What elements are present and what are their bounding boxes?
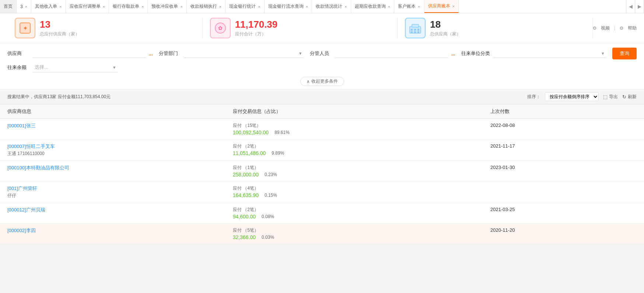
last-pay-cell-1: 2021-11-17 — [483, 139, 644, 161]
supplier-link-2[interactable]: [000100]本特勤油品有限公司 — [7, 165, 69, 170]
amount-link-2[interactable]: 258,000.00 — [233, 172, 259, 177]
nav-tab-cash-bank-stat[interactable]: 现金银行统计 × — [225, 0, 264, 13]
stat-icon-total-suppliers — [405, 18, 426, 38]
nav-next-arrow[interactable]: ▶ — [635, 0, 644, 13]
svg-rect-5 — [412, 24, 419, 27]
nav-tab-overdue-ar[interactable]: 超期应收款查询 × — [351, 0, 394, 13]
filter-input-supplier[interactable] — [32, 49, 146, 58]
search-button[interactable]: 查询 — [612, 48, 637, 59]
nav-tab-home[interactable]: 首页 — [0, 0, 17, 13]
nav-prev-arrow[interactable]: ◀ — [626, 0, 635, 13]
nav-tab-other-income[interactable]: 其他收入单 × — [31, 0, 66, 13]
filter-select-balance[interactable]: 选择... ▾ — [32, 62, 118, 72]
nav-tab-supplier-ledger[interactable]: 供应商账本 × — [424, 0, 459, 13]
stat-action-help[interactable]: 帮助 — [628, 25, 637, 31]
tx-cell-4: 应付 （2笔）94,600.000.08% — [225, 203, 483, 224]
collapse-arrow-icon: ∧ — [307, 79, 310, 84]
svg-rect-11 — [417, 31, 419, 33]
amount-link-0[interactable]: 100,092,540.00 — [233, 130, 269, 135]
last-pay-value-2: 2023-01-30 — [490, 165, 515, 170]
export-button[interactable]: ⬚ 导出 — [603, 94, 618, 100]
amount-link-3[interactable]: 164,635.90 — [233, 192, 259, 198]
nav-tab-receipt-exec-close[interactable]: × — [219, 4, 221, 9]
filter-item-supplier: 供应商 ... — [7, 49, 153, 58]
nav-tab-customer-ledger-close[interactable]: × — [418, 4, 420, 9]
svg-rect-9 — [411, 31, 413, 33]
nav-tab-bank-deposit[interactable]: 银行存取款单 × — [109, 0, 148, 13]
top-navigation: 首页 3 × 其他收入单 × 应收应付调整单 × 银行存取款单 × 预收冲应收单… — [0, 0, 644, 13]
last-pay-value-5: 2020-11-20 — [490, 227, 515, 233]
stats-bar: ✦ 13 总应付供应商（家） ✿ 11,170.39 应付合计（万） — [0, 13, 644, 43]
last-pay-cell-5: 2020-11-20 — [483, 224, 644, 244]
nav-tab-customer-ledger[interactable]: 客户账本 × — [394, 0, 424, 13]
last-pay-cell-0: 2022-08-08 — [483, 119, 644, 139]
filter-input-person[interactable] — [335, 49, 448, 58]
filter-item-dept: 分管部门 ▾ — [159, 49, 304, 58]
tx-label-2: 应付 （1笔） — [233, 165, 476, 171]
filter-select-balance-value: 选择... — [35, 64, 112, 70]
collapse-button[interactable]: ∧ 收起更多条件 — [300, 77, 344, 86]
filter-supplier-dots[interactable]: ... — [149, 51, 153, 56]
nav-tab-overdue-ar-close[interactable]: × — [388, 4, 390, 9]
sort-label: 排序： — [527, 94, 540, 100]
stat-action-video[interactable]: 视频 — [601, 25, 610, 31]
nav-tab-cash-bank-stat-close[interactable]: × — [258, 4, 260, 9]
stat-number-total-suppliers: 18 — [430, 19, 461, 30]
refresh-label: 刷新 — [628, 94, 637, 100]
stat-text-total-suppliers: 18 总供应商（家） — [430, 19, 461, 37]
filter-select-category[interactable]: ▾ — [493, 49, 607, 58]
nav-tab-receipt-stat-label: 收款情况统计 — [316, 3, 342, 10]
filter-person-dots[interactable]: ... — [451, 51, 455, 56]
nav-tab-prepay-ar[interactable]: 预收冲应收单 × — [148, 0, 186, 13]
tx-cell-5: 应付 （5笔）32,366.000.03% — [225, 224, 483, 244]
nav-tab-cash-bank-query-close[interactable]: × — [306, 4, 308, 9]
nav-tab-3[interactable]: 3 × — [17, 0, 31, 13]
nav-tab-receipt-exec[interactable]: 收款核销执行 × — [187, 0, 225, 13]
results-bar: 搜索结果中，供应商13家 应付金额111,703,854.00元 排序： 按应付… — [0, 89, 644, 104]
amount-link-5[interactable]: 32,366.00 — [233, 234, 256, 240]
last-pay-cell-4: 2021-03-25 — [483, 203, 644, 224]
supplier-link-4[interactable]: [000012]广州贝瑞 — [7, 207, 45, 213]
nav-tab-receipt-stat[interactable]: 收款情况统计 × — [312, 0, 351, 13]
stat-item-suppliers: ✦ 13 总应付供应商（家） — [7, 18, 203, 38]
export-label: 导出 — [609, 94, 618, 100]
table-row: [000002]李四应付 （5笔）32,366.000.03%2020-11-2… — [0, 224, 644, 244]
filter-row-1: 供应商 ... 分管部门 ▾ 分管人员 ... 往来单位分类 ▾ 查询 — [7, 48, 637, 59]
amount-link-1[interactable]: 11,051,486.00 — [233, 150, 266, 156]
stat-label-payable: 应付合计（万） — [235, 31, 278, 37]
nav-tab-receipt-exec-label: 收款核销执行 — [190, 3, 217, 10]
stat-action-circle-icon: ⊙ — [593, 25, 596, 31]
supplier-link-1[interactable]: [000007]恒旺二手叉车 — [7, 144, 55, 149]
amount-link-4[interactable]: 94,600.00 — [233, 214, 256, 220]
nav-tab-prepay-ar-label: 预收冲应收单 — [151, 3, 178, 10]
stat-actions-divider: | — [614, 25, 615, 31]
nav-tab-supplier-ledger-close[interactable]: × — [452, 4, 455, 8]
nav-tab-receipt-stat-close[interactable]: × — [344, 4, 347, 9]
sort-select[interactable]: 按应付余额倒序排序 — [545, 92, 599, 101]
filter-item-balance: 往来余额 选择... ▾ — [7, 62, 118, 72]
last-pay-cell-2: 2023-01-30 — [483, 161, 644, 182]
nav-tab-bank-deposit-close[interactable]: × — [141, 4, 144, 9]
tx-percent-2: 0.23% — [265, 172, 277, 177]
nav-tab-other-income-close[interactable]: × — [59, 4, 62, 9]
nav-tab-prepay-ar-close[interactable]: × — [180, 4, 182, 9]
nav-tab-ar-ap-adjust[interactable]: 应收应付调整单 × — [66, 0, 109, 13]
tx-percent-0: 89.61% — [274, 130, 290, 135]
nav-tab-ar-ap-adjust-close[interactable]: × — [103, 4, 105, 9]
supplier-table-container: 供应商信息 应付交易信息（占比） 上次付数 [000001]张三应付 （15笔）… — [0, 104, 644, 244]
supplier-link-3[interactable]: [001]广州荣轩 — [7, 186, 37, 191]
stat-text-suppliers: 13 总应付供应商（家） — [40, 19, 80, 37]
svg-text:✦: ✦ — [23, 25, 28, 31]
supplier-link-0[interactable]: [000001]张三 — [7, 123, 36, 128]
supplier-link-5[interactable]: [000002]李四 — [7, 228, 36, 233]
filter-select-dept[interactable]: ▾ — [184, 49, 304, 58]
tx-percent-1: 9.89% — [272, 151, 284, 156]
refresh-button[interactable]: ↻ 刷新 — [622, 94, 637, 100]
nav-tab-cash-bank-query[interactable]: 现金银行流水查询 × — [265, 0, 312, 13]
stat-text-payable: 11,170.39 应付合计（万） — [235, 19, 278, 37]
stat-label-total-suppliers: 总供应商（家） — [430, 31, 461, 37]
tx-percent-5: 0.03% — [262, 235, 274, 240]
nav-tab-3-close[interactable]: × — [25, 4, 27, 9]
supplier-sub-1: 王通 17106110000 — [7, 151, 218, 157]
nav-tab-supplier-ledger-label: 供应商账本 — [428, 3, 450, 9]
